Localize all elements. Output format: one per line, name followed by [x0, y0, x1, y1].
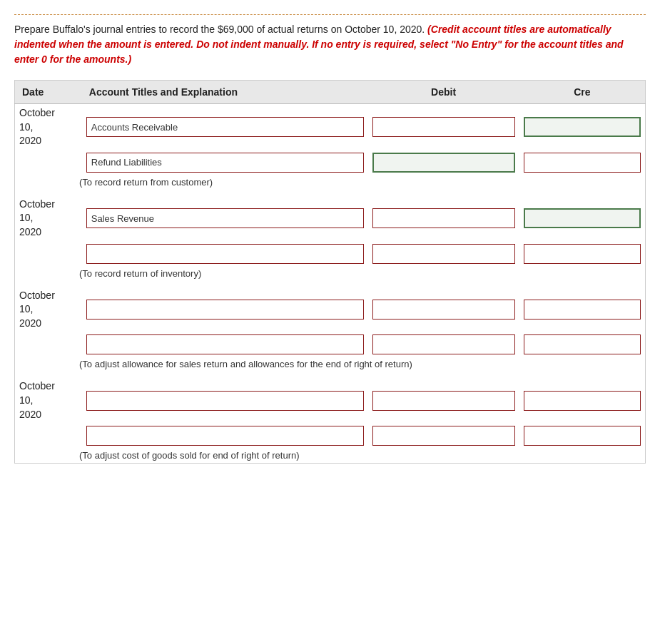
- debit-cell-1-0: [368, 195, 519, 242]
- note-row-2: (To adjust allowance for sales return an…: [15, 357, 646, 372]
- header-account: Account Titles and Explanation: [82, 81, 368, 104]
- credit-input-0-0[interactable]: [524, 117, 641, 137]
- note-text-1: (To record return of inventory): [15, 266, 646, 281]
- debit-cell-2-0: [368, 287, 519, 333]
- note-row-0: (To record return from customer): [15, 175, 646, 190]
- date-cell-3: October10,2020: [15, 377, 82, 424]
- date-cell-3: [15, 424, 82, 448]
- debit-cell-1-1: [368, 242, 519, 266]
- account-cell-0-0: [82, 104, 368, 150]
- account-input-1-0[interactable]: [86, 208, 364, 228]
- account-input-2-0[interactable]: [86, 300, 364, 320]
- note-text-0: (To record return from customer): [15, 175, 646, 190]
- credit-cell-2-1: [519, 332, 646, 357]
- table-row: October10,2020: [15, 287, 646, 333]
- date-cell-2: October10,2020: [15, 287, 82, 333]
- credit-input-0-1[interactable]: [524, 153, 641, 173]
- debit-input-2-0[interactable]: [372, 300, 515, 320]
- debit-input-0-0[interactable]: [372, 117, 515, 137]
- note-row-1: (To record return of inventory): [15, 266, 646, 281]
- table-row: October10,2020: [15, 377, 646, 424]
- debit-input-0-1[interactable]: [372, 153, 515, 173]
- spacer-row: [15, 190, 646, 195]
- table-row: [15, 424, 646, 448]
- credit-cell-1-0: [519, 195, 646, 242]
- account-input-0-1[interactable]: [86, 153, 364, 173]
- account-cell-1-1: [82, 242, 368, 266]
- journal-table: Date Account Titles and Explanation Debi…: [14, 80, 646, 464]
- credit-input-1-0[interactable]: [524, 208, 641, 228]
- account-input-3-0[interactable]: [86, 391, 364, 411]
- note-row-3: (To adjust cost of goods sold for end of…: [15, 448, 646, 464]
- account-input-2-1[interactable]: [86, 334, 364, 354]
- debit-cell-3-1: [368, 424, 519, 448]
- account-cell-2-1: [82, 332, 368, 357]
- account-cell-1-0: [82, 195, 368, 242]
- account-cell-3-0: [82, 377, 368, 424]
- spacer-row: [15, 372, 646, 377]
- credit-cell-0-0: [519, 104, 646, 150]
- table-header-row: Date Account Titles and Explanation Debi…: [15, 81, 646, 104]
- credit-input-2-0[interactable]: [524, 300, 641, 320]
- credit-cell-3-0: [519, 377, 646, 424]
- debit-input-1-0[interactable]: [372, 208, 515, 228]
- credit-input-1-1[interactable]: [524, 244, 641, 264]
- credit-input-2-1[interactable]: [524, 334, 641, 354]
- table-row: [15, 150, 646, 175]
- date-cell-0: [15, 150, 82, 175]
- spacer-row: [15, 281, 646, 287]
- account-input-1-1[interactable]: [86, 244, 364, 264]
- debit-input-3-0[interactable]: [372, 391, 515, 411]
- date-cell-2: [15, 332, 82, 357]
- credit-input-3-0[interactable]: [524, 391, 641, 411]
- note-text-2: (To adjust allowance for sales return an…: [15, 357, 646, 372]
- debit-input-2-1[interactable]: [372, 334, 515, 354]
- credit-cell-3-1: [519, 424, 646, 448]
- table-row: [15, 332, 646, 357]
- debit-cell-3-0: [368, 377, 519, 424]
- credit-input-3-1[interactable]: [524, 426, 641, 446]
- account-cell-3-1: [82, 424, 368, 448]
- debit-cell-0-0: [368, 104, 519, 150]
- account-input-3-1[interactable]: [86, 426, 364, 446]
- debit-cell-2-1: [368, 332, 519, 357]
- debit-input-3-1[interactable]: [372, 426, 515, 446]
- header-debit: Debit: [368, 81, 519, 104]
- table-row: [15, 242, 646, 266]
- header-credit: Cre: [519, 81, 646, 104]
- date-cell-1: [15, 242, 82, 266]
- credit-cell-0-1: [519, 150, 646, 175]
- date-cell-1: October10,2020: [15, 195, 82, 242]
- credit-cell-2-0: [519, 287, 646, 333]
- header-date: Date: [15, 81, 82, 104]
- debit-input-1-1[interactable]: [372, 244, 515, 264]
- instructions-block: Prepare Buffalo's journal entries to rec…: [14, 22, 646, 67]
- account-input-0-0[interactable]: [86, 117, 364, 137]
- date-cell-0: October10,2020: [15, 104, 82, 150]
- instructions-main: Prepare Buffalo's journal entries to rec…: [14, 24, 425, 35]
- account-cell-2-0: [82, 287, 368, 333]
- debit-cell-0-1: [368, 150, 519, 175]
- table-row: October10,2020: [15, 104, 646, 150]
- credit-cell-1-1: [519, 242, 646, 266]
- account-cell-0-1: [82, 150, 368, 175]
- table-row: October10,2020: [15, 195, 646, 242]
- note-text-3: (To adjust cost of goods sold for end of…: [15, 448, 646, 464]
